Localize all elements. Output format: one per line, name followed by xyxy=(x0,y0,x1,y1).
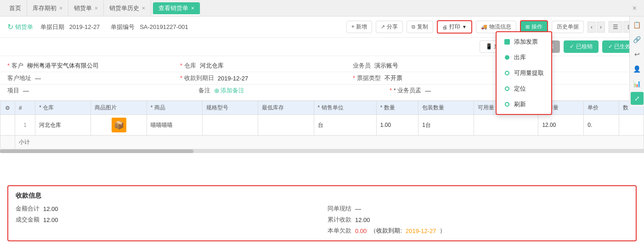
cumulative-row: 累计收款 12.00 xyxy=(328,216,628,224)
dropdown-available-qty[interactable]: 可用量提取 xyxy=(497,65,551,81)
doc-type-label: 销货单 xyxy=(15,23,33,31)
add-invoice-icon xyxy=(504,39,510,45)
tab-sales-close[interactable]: × xyxy=(95,5,98,11)
number-label: 单据编号 SA-20191227-001 xyxy=(111,23,188,31)
history-button[interactable]: 历史单据 xyxy=(552,21,584,33)
customer-row: 客户 柳州粤港平安气体有限公司 xyxy=(7,62,136,70)
col-price: 单价 xyxy=(584,101,619,115)
note-row: 备注 ⊕ 添加备注 xyxy=(198,86,327,95)
payment-left: 金额合计 12.00 成交金额 12.00 xyxy=(16,205,316,235)
address-label: 客户地址 xyxy=(7,74,31,82)
tab-sales-order[interactable]: 销货单 × xyxy=(68,0,104,16)
table-row: 1 河北仓库 📦 嘻嘻嘻嘻 台 1.00 1台 12.00 0. xyxy=(0,115,644,136)
cell-product: 嘻嘻嘻嘻 xyxy=(147,115,202,136)
project-label: 项目 xyxy=(7,86,19,95)
ticket-type-row: 票据类型 不开票 xyxy=(353,74,481,82)
transaction-value: 12.00 xyxy=(43,217,58,223)
tab-sales-history[interactable]: 销货单历史 × xyxy=(104,0,151,16)
payment-grid: 金额合计 12.00 成交金额 12.00 同单现结 — 累计收款 12.00 xyxy=(16,205,628,235)
same-bill-label: 同单现结 xyxy=(328,205,351,213)
available-qty-icon xyxy=(504,70,510,76)
cell-gear xyxy=(0,115,15,136)
view-list[interactable]: ☰ xyxy=(609,21,622,33)
tab-inventory-init[interactable]: 库存期初 × xyxy=(27,0,68,16)
dropdown-locate[interactable]: 定位 xyxy=(497,81,551,97)
outbound-icon xyxy=(504,54,510,61)
locate-label: 定位 xyxy=(514,85,526,93)
warehouse-row: 仓库 河北仓库 xyxy=(180,62,309,70)
transaction-label: 成交金额 xyxy=(16,216,40,224)
cell-min-stock xyxy=(258,115,314,136)
available-qty-label: 可用量提取 xyxy=(514,69,544,77)
new-button[interactable]: + 新增 xyxy=(346,21,372,33)
transaction-row: 成交金额 12.00 xyxy=(16,216,316,224)
confirm-button[interactable]: ✓ 已核销 xyxy=(564,40,598,53)
locate-icon xyxy=(504,85,510,92)
sidebar-icon-3[interactable]: ↩ xyxy=(631,48,644,61)
same-bill-value: — xyxy=(355,205,361,212)
amount-total-label: 金额合计 xyxy=(16,205,40,213)
tab-bar: 首页 库存期初 × 销货单 × 销货单历史 × 查看销货单 × × xyxy=(0,0,644,17)
col-warehouse: * 仓库 xyxy=(35,101,91,115)
dropdown-outbound[interactable]: 出库 xyxy=(497,50,551,65)
staff-label: 业务员 xyxy=(353,62,371,70)
note-label: 备注 xyxy=(198,86,210,95)
print-button[interactable]: 🖨 打印 ▼ xyxy=(437,20,472,34)
global-close-button[interactable]: × xyxy=(629,4,640,12)
ticket-type-label: 票据类型 xyxy=(353,74,381,82)
customer-label: 客户 xyxy=(7,62,23,70)
dropdown-menu: 添加发票 出库 可用量提取 定位 刷新 xyxy=(496,31,552,115)
add-note-button[interactable]: ⊕ 添加备注 xyxy=(214,86,244,95)
col-num: # xyxy=(15,101,35,115)
cell-current-stock: 12.00 xyxy=(538,115,584,136)
nav-next[interactable]: › xyxy=(597,22,605,33)
col-pkg-qty: 包装数量 xyxy=(418,101,474,115)
tab-history-close[interactable]: × xyxy=(142,5,145,11)
same-bill-row: 同单现结 — xyxy=(328,205,628,213)
cumulative-label: 累计收款 xyxy=(328,216,351,224)
scroll-thumb[interactable] xyxy=(0,149,193,153)
warehouse-label: 仓库 xyxy=(180,62,196,70)
tab-inventory-close[interactable]: × xyxy=(59,5,62,11)
col-spec: 规格型号 xyxy=(202,101,258,115)
sidebar-icon-4[interactable]: 👤 xyxy=(631,63,644,75)
cell-price: 0. xyxy=(584,115,619,136)
sidebar-icon-6[interactable]: ⤢ xyxy=(631,92,644,105)
payment-date-row: 收款到期日 2019-12-27 xyxy=(180,74,309,82)
cell-pkg-qty: 1台 xyxy=(418,115,474,136)
payment-date-label: 收款到期日 xyxy=(180,74,214,82)
tab-home[interactable]: 首页 xyxy=(4,0,27,16)
copy-button[interactable]: ⧉ 复制 xyxy=(407,21,433,33)
scrollbar[interactable] xyxy=(0,149,644,153)
sidebar-icon-5[interactable]: 📊 xyxy=(631,77,644,90)
due-date-prefix: （收款到期: xyxy=(370,227,402,235)
sidebar-icon-1[interactable]: 📋 xyxy=(631,18,644,31)
dropdown-refresh[interactable]: 刷新 xyxy=(497,97,551,112)
date-label: 单据日期 2019-12-27 xyxy=(40,23,100,31)
sales-staff-label: * 业务员孟 xyxy=(390,86,421,95)
staff-value: 演示账号 xyxy=(374,62,398,70)
sales-staff-value: — xyxy=(425,87,431,94)
amount-total-row: 金额合计 12.00 xyxy=(16,205,316,213)
outbound-label: 出库 xyxy=(514,53,526,62)
due-date-suffix: ） xyxy=(440,227,446,235)
refresh-icon xyxy=(504,101,510,108)
project-row: 项目 — xyxy=(7,86,136,95)
share-button[interactable]: ↗ 分享 xyxy=(376,21,403,33)
doc-meta: 单据日期 2019-12-27 单据编号 SA-20191227-001 xyxy=(40,23,188,31)
tab-view-sales[interactable]: 查看销货单 × xyxy=(153,2,200,15)
dropdown-add-invoice[interactable]: 添加发票 xyxy=(497,34,551,50)
refresh-label: 刷新 xyxy=(514,100,526,108)
debt-label: 本单欠款 xyxy=(328,227,351,235)
payment-section: 收款信息 金额合计 12.00 成交金额 12.00 同单现结 — 累计收款 xyxy=(7,185,637,241)
nav-prev[interactable]: ‹ xyxy=(588,22,596,33)
subtotal-row: 小计 xyxy=(0,136,644,149)
sidebar-icon-2[interactable]: 🔗 xyxy=(631,33,644,46)
debt-value: 0.00 xyxy=(355,228,367,234)
cell-img: 📦 xyxy=(91,115,147,136)
tab-view-label: 查看销货单 xyxy=(158,4,188,12)
col-product: * 商品 xyxy=(147,101,202,115)
tab-view-close[interactable]: × xyxy=(191,5,194,11)
debt-row: 本单欠款 0.00 （收款到期: 2019-12-27 ） xyxy=(328,227,628,235)
ticket-type-value: 不开票 xyxy=(384,74,402,82)
